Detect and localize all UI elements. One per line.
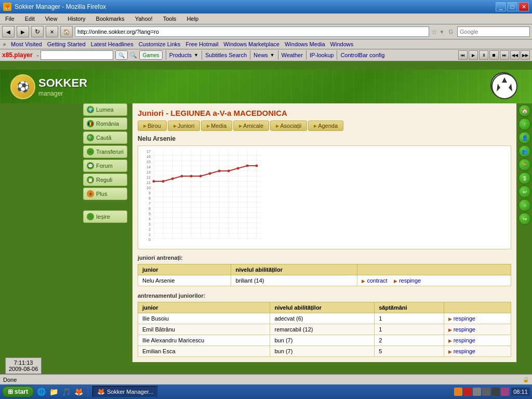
agenda-arrow: ▶ xyxy=(314,124,317,128)
tab-media[interactable]: ▶ Media xyxy=(201,121,232,131)
media-ff[interactable]: ▶▶ xyxy=(521,50,530,60)
tab-asociatii[interactable]: ▶ Asociații xyxy=(270,121,307,131)
sidebar-item-transferuri[interactable]: ↔ Transferuri xyxy=(83,145,127,158)
menu-bookmarks[interactable]: Bookmarks xyxy=(93,15,128,23)
sidebar-item-romania[interactable]: 🇷🇴 România xyxy=(83,117,127,130)
right-btn-1[interactable]: 🏠 xyxy=(518,104,531,117)
bookmark-customize-links[interactable]: Customize Links xyxy=(138,41,182,48)
toolbar2-search-btn[interactable]: 🔍 xyxy=(115,50,128,60)
refresh-button[interactable]: ↻ xyxy=(31,26,44,37)
respinge-link-4[interactable]: respinge xyxy=(454,337,475,343)
menu-history[interactable]: History xyxy=(64,15,88,23)
table-row: Emil Bătrânu remarcabil (12) 1 ▶ resping… xyxy=(138,324,511,335)
media-next[interactable]: ⏭ xyxy=(500,50,509,60)
svg-text:5: 5 xyxy=(149,212,151,216)
antrenament-table: junior nivelul abilităților săptămâni Il… xyxy=(138,302,511,357)
right-btn-3[interactable]: 👤 xyxy=(518,131,531,144)
window-controls[interactable]: _ □ ✕ xyxy=(496,2,529,11)
media-rewind[interactable]: ◀◀ xyxy=(510,50,520,60)
menu-yahoo[interactable]: Yahoo! xyxy=(132,15,156,23)
bookmark-getting-started[interactable]: Getting Started xyxy=(46,41,87,48)
back-button[interactable]: ◀ xyxy=(2,26,15,37)
respinge-link-1[interactable]: respinge xyxy=(399,277,421,284)
sidebar-item-reguli[interactable]: 📋 Reguli xyxy=(83,174,127,186)
right-btn-6[interactable]: $ xyxy=(518,172,531,184)
menu-view[interactable]: View xyxy=(42,15,61,23)
taskbar-folder-icon[interactable]: 📁 xyxy=(48,387,59,397)
manager-text: manager xyxy=(38,90,87,97)
respinge-link-2[interactable]: respinge xyxy=(454,315,475,322)
address-input[interactable] xyxy=(75,26,429,37)
taskbar-media-icon[interactable]: 🎵 xyxy=(61,387,71,397)
games-btn[interactable]: Games xyxy=(139,50,162,60)
svg-point-53 xyxy=(171,178,174,180)
products-link[interactable]: Products xyxy=(169,52,192,58)
bookmark-latest-headlines[interactable]: Latest Headlines xyxy=(90,41,135,48)
home-button[interactable]: 🏠 xyxy=(60,26,73,37)
sys-icon-1 xyxy=(454,388,462,396)
sidebar-item-iesire[interactable]: → Ieșire xyxy=(83,210,127,223)
right-btn-4[interactable]: 👥 xyxy=(518,145,531,157)
bookmark-windows[interactable]: Windows xyxy=(329,41,355,48)
sys-icon-3 xyxy=(473,388,481,396)
sidebar-item-lumea[interactable]: 🌍 Lumea xyxy=(83,103,127,116)
tab-juniori[interactable]: ▶ Juniori xyxy=(168,121,200,131)
taskbar-window-title: Sokker Manager... xyxy=(107,389,153,395)
junior-actions-1: ▶ contract ▶ respinge xyxy=(357,275,511,286)
media-stop[interactable]: ⏹ xyxy=(489,50,499,60)
right-btn-5[interactable]: 🏃 xyxy=(518,158,531,171)
menu-edit[interactable]: Edit xyxy=(22,15,38,23)
bookmark-hotmail[interactable]: Free Hotmail xyxy=(184,41,219,48)
controlbar-link[interactable]: ControlBar config xyxy=(340,52,384,58)
taskbar-ie-icon[interactable]: 🌐 xyxy=(36,387,46,397)
media-arrow: ▶ xyxy=(207,124,210,128)
right-btn-7[interactable]: ↩ xyxy=(518,185,531,198)
bookmark-marketplace[interactable]: Windows Marketplace xyxy=(222,41,281,48)
close-button[interactable]: ✕ xyxy=(518,2,529,11)
right-btn-2[interactable]: ↑ xyxy=(518,118,531,130)
media-pause[interactable]: ⏸ xyxy=(479,50,488,60)
bookmark-windows-media[interactable]: Windows Media xyxy=(284,41,326,48)
sidebar-label-forum: Forum xyxy=(96,163,113,169)
sys-icon-4 xyxy=(482,388,490,396)
subtitles-link[interactable]: Subtitles Search xyxy=(205,52,247,58)
ability-chart: 0 1 2 3 4 5 6 7 8 9 10 11 12 13 14 15 16… xyxy=(142,150,267,244)
sys-icon-6 xyxy=(501,388,509,396)
forward-button[interactable]: ▶ xyxy=(17,26,29,37)
tab-amicale[interactable]: ▶ Amicale xyxy=(233,121,269,131)
weather-link[interactable]: Weather xyxy=(282,52,303,58)
sidebar-item-forum[interactable]: 💬 Forum xyxy=(83,159,127,172)
sidebar-item-plus[interactable]: ★ Plus xyxy=(83,188,127,200)
page-title: Juniori - LEGIUNEA a-V-a MACEDONICA xyxy=(138,109,511,117)
minimize-button[interactable]: _ xyxy=(496,2,506,11)
menu-file[interactable]: File xyxy=(2,15,18,23)
right-btn-8[interactable]: ○ xyxy=(518,199,531,211)
iplookup-link[interactable]: IP-lookup xyxy=(310,52,334,58)
taskbar-firefox-icon[interactable]: 🦊 xyxy=(73,387,84,397)
respinge-link-5[interactable]: respinge xyxy=(454,348,475,354)
menu-help[interactable]: Help xyxy=(183,15,202,23)
respinge-link-3[interactable]: respinge xyxy=(454,326,475,332)
taskbar-window-sokker[interactable]: 🦊 Sokker Manager... xyxy=(92,386,158,397)
maximize-button[interactable]: □ xyxy=(507,2,517,11)
sidebar-label-lumea: Lumea xyxy=(96,107,114,113)
contract-link[interactable]: contract xyxy=(367,277,388,284)
toolbar2-search[interactable] xyxy=(41,50,113,60)
soccer-ball xyxy=(490,72,516,98)
right-btn-9[interactable]: ↪ xyxy=(518,212,531,225)
tab-birou[interactable]: ▶ Birou xyxy=(138,121,167,131)
news-link[interactable]: News xyxy=(254,52,268,58)
search-input[interactable] xyxy=(457,26,530,37)
bookmark-most-visited[interactable]: Most Visited xyxy=(10,41,43,48)
media-play[interactable]: ▶ xyxy=(469,50,478,60)
toolbar2-logo: x85.player xyxy=(2,51,33,59)
sidebar-item-cauta[interactable]: 🔍 Caută xyxy=(83,131,127,144)
stop-button[interactable]: ✕ xyxy=(46,26,58,37)
tab-agenda[interactable]: ▶ Agenda xyxy=(308,121,343,131)
svg-text:8: 8 xyxy=(149,196,151,200)
svg-text:10: 10 xyxy=(147,186,151,190)
start-button[interactable]: ⊞ start xyxy=(2,386,34,397)
media-prev[interactable]: ⏮ xyxy=(458,50,468,60)
menu-tools[interactable]: Tools xyxy=(160,15,180,23)
svg-point-54 xyxy=(181,175,183,178)
